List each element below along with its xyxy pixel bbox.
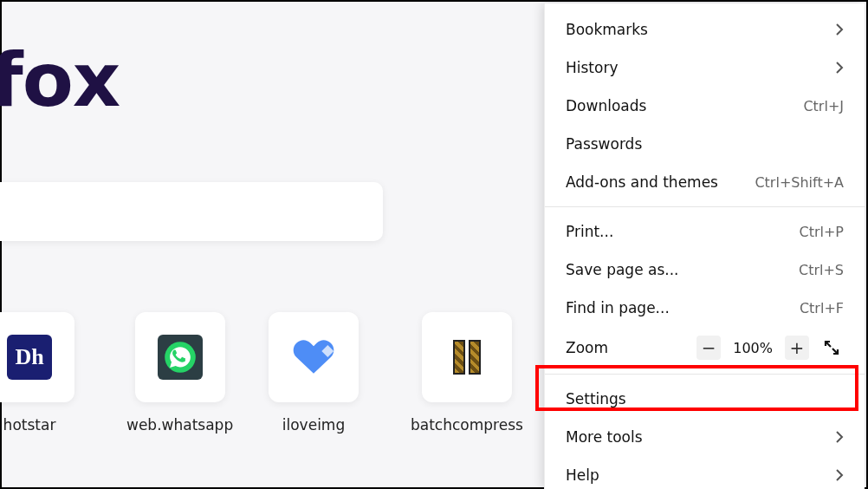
- menu-item-shortcut: Ctrl+J: [803, 98, 844, 114]
- topsites-row: Dh hotstar web.whatsapp iloveim: [0, 312, 556, 468]
- menu-addons[interactable]: Add-ons and themes Ctrl+Shift+A: [545, 163, 865, 201]
- hotstar-icon: Dh: [7, 335, 52, 380]
- compress-icon: [453, 340, 481, 375]
- tile-label: iloveimg: [269, 416, 359, 434]
- tile-hotstar[interactable]: Dh hotstar: [0, 312, 74, 434]
- menu-item-label: Add-ons and themes: [566, 173, 718, 191]
- zoom-label: Zoom: [566, 339, 608, 356]
- menu-help[interactable]: Help: [545, 456, 865, 489]
- menu-item-label: Print...: [566, 223, 613, 240]
- tile-icon-box: [135, 312, 225, 402]
- tile-icon-box: [269, 312, 359, 402]
- tile-batchcompress[interactable]: batchcompress: [411, 312, 523, 434]
- menu-item-shortcut: Ctrl+S: [799, 262, 844, 278]
- chevron-right-icon: [835, 468, 844, 482]
- menu-item-shortcut: Ctrl+F: [800, 300, 844, 316]
- menu-item-label: Passwords: [566, 135, 642, 153]
- menu-findinpage[interactable]: Find in page... Ctrl+F: [545, 289, 865, 327]
- menu-item-label: More tools: [566, 428, 643, 446]
- whatsapp-icon: [158, 335, 203, 380]
- tile-iloveimg[interactable]: iloveimg: [269, 312, 359, 434]
- tile-icon-box: Dh: [0, 312, 74, 402]
- menu-bookmarks[interactable]: Bookmarks: [545, 10, 865, 49]
- fullscreen-button[interactable]: [819, 336, 844, 360]
- menu-item-shortcut: Ctrl+P: [799, 224, 844, 240]
- chevron-right-icon: [835, 430, 844, 444]
- menu-print[interactable]: Print... Ctrl+P: [545, 212, 865, 251]
- menu-item-label: Save page as...: [566, 261, 678, 278]
- zoom-value: 100%: [733, 340, 773, 356]
- menu-history[interactable]: History: [545, 49, 865, 87]
- menu-passwords[interactable]: Passwords: [545, 125, 865, 163]
- menu-item-label: Find in page...: [566, 299, 670, 316]
- menu-separator: [545, 206, 865, 207]
- menu-item-label: Settings: [566, 390, 626, 408]
- tile-web-whatsapp[interactable]: web.whatsapp: [126, 312, 233, 434]
- firefox-wordmark: efox: [0, 36, 120, 123]
- menu-downloads[interactable]: Downloads Ctrl+J: [545, 87, 865, 125]
- menu-zoom-row: Zoom − 100% +: [545, 327, 865, 368]
- search-input[interactable]: [0, 182, 383, 241]
- menu-item-label: History: [566, 59, 618, 76]
- menu-item-shortcut: Ctrl+Shift+A: [755, 174, 844, 191]
- tile-icon-box: [422, 312, 512, 402]
- chevron-right-icon: [835, 23, 844, 36]
- menu-item-label: Downloads: [566, 97, 646, 114]
- chevron-right-icon: [835, 61, 844, 75]
- menu-savepage[interactable]: Save page as... Ctrl+S: [545, 251, 865, 289]
- heart-icon: [289, 333, 338, 381]
- app-menu: Bookmarks History Downloads Ctrl+J Passw…: [544, 3, 865, 489]
- tile-label: batchcompress: [411, 416, 523, 434]
- tile-label: web.whatsapp: [126, 416, 233, 434]
- menu-separator: [545, 374, 865, 375]
- menu-settings[interactable]: Settings: [545, 380, 865, 418]
- viewport: efox Dh hotstar web.whatsapp: [0, 0, 868, 489]
- zoom-out-button[interactable]: −: [696, 336, 721, 360]
- menu-moretools[interactable]: More tools: [545, 418, 865, 456]
- menu-item-label: Bookmarks: [566, 21, 648, 38]
- tile-label: hotstar: [0, 416, 74, 434]
- menu-item-label: Help: [566, 466, 599, 484]
- zoom-in-button[interactable]: +: [785, 336, 809, 360]
